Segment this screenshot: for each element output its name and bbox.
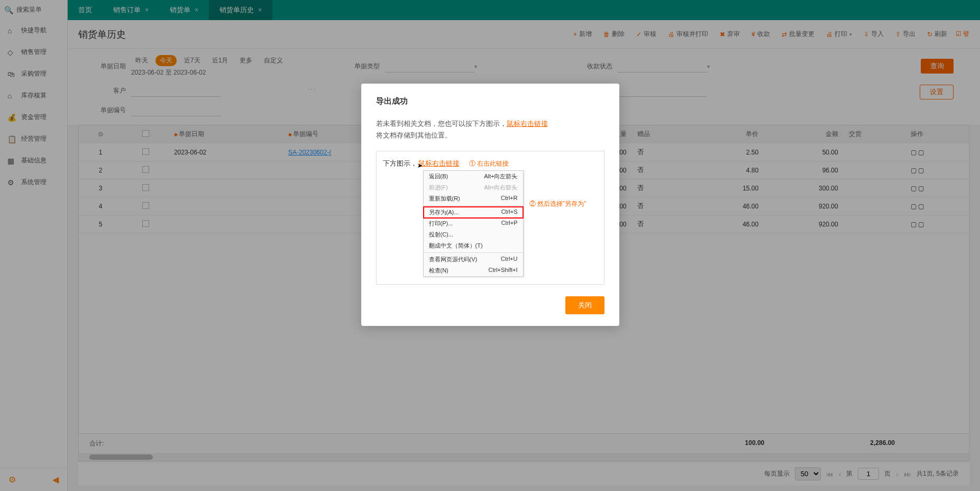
modal-title: 导出成功 [376,96,605,106]
annotation-2: ② 然后选择"另存为" [529,199,587,208]
export-success-modal: 导出成功 若未看到相关文档，您也可以按下方图示，鼠标右击链接 将文档存储到其他位… [361,84,619,326]
context-menu-item: 检查(N)Ctrl+Shift+I [424,265,523,276]
context-menu-item: 翻成中文（简体）(T) [424,240,523,251]
context-menu-item: 重新加载(R)Ctrl+R [424,193,523,204]
context-menu-item: 返回(B)Alt+向左箭头 [424,171,523,182]
demo-link: 鼠标右击链接 ➤ [418,159,460,168]
context-menu-demo: ② 然后选择"另存为" 返回(B)Alt+向左箭头前进(F)Alt+向右箭头重新… [423,170,524,277]
instruction-illustration: 下方图示， 鼠标右击链接 ➤ ① 右击此链接 ② 然后选择"另存为" 返回(B)… [376,151,605,285]
right-click-link-hint[interactable]: 鼠标右击链接 [507,120,548,128]
modal-description: 若未看到相关文档，您也可以按下方图示，鼠标右击链接 将文档存储到其他位置。 [376,118,605,141]
cursor-icon: ➤ [417,162,423,169]
context-menu-item: 查看网页源代码(V)Ctrl+U [424,254,523,265]
context-menu-item: 打印(P)...Ctrl+P [424,218,523,229]
annotation-1: ① 右击此链接 [469,159,509,168]
context-menu-item: 另存为(A)...Ctrl+S [424,207,523,218]
context-menu-item: 投射(C)... [424,229,523,240]
close-button[interactable]: 关闭 [565,296,605,314]
modal-overlay[interactable]: 导出成功 若未看到相关文档，您也可以按下方图示，鼠标右击链接 将文档存储到其他位… [0,0,980,491]
context-menu-item: 前进(F)Alt+向右箭头 [424,182,523,193]
